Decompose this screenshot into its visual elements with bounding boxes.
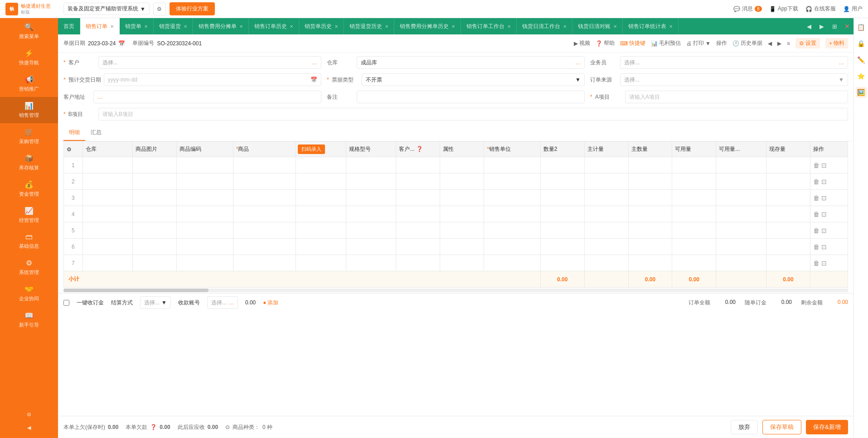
tab-close-sales-expense-split[interactable]: ✕ xyxy=(239,24,243,29)
scan-button[interactable]: 扫码录入 xyxy=(298,144,325,154)
row-available2[interactable] xyxy=(716,173,766,190)
tab-sales-return-history[interactable]: 销货退货历史✕ xyxy=(344,18,394,34)
tab-summary[interactable]: 汇总 xyxy=(85,125,107,141)
row-main-qty[interactable] xyxy=(628,222,672,239)
row-qty2[interactable] xyxy=(540,222,584,239)
sidebar-item-quick[interactable]: ⚡快捷导航 xyxy=(0,44,58,71)
sidebar-item-purchase[interactable]: 🛒采购管理 xyxy=(0,123,58,149)
tab-cash-daily-workspace[interactable]: 钱货日清工作台✕ xyxy=(517,18,572,34)
row-available[interactable] xyxy=(672,239,716,255)
tab-close-cash-daily-check[interactable]: ✕ xyxy=(613,24,617,29)
tab-close-sales-order-workspace[interactable]: ✕ xyxy=(507,24,511,29)
right-icon-star[interactable]: ⭐ xyxy=(856,71,867,82)
warehouse-more-button[interactable]: … xyxy=(575,59,581,66)
receipt-account-select[interactable]: 选择... … xyxy=(207,296,238,309)
row-sales-unit[interactable] xyxy=(484,206,541,222)
calendar-icon[interactable]: 📅 xyxy=(118,40,125,47)
row-copy-icon[interactable]: ⊡ xyxy=(821,211,827,218)
row-sales-unit[interactable] xyxy=(484,255,541,271)
history-action[interactable]: 🕐 历史单据 xyxy=(732,39,762,47)
sidebar-item-basic[interactable]: 🗃基础信息 xyxy=(0,228,58,254)
row-copy-icon[interactable]: ⊡ xyxy=(821,178,827,185)
row-attrs[interactable] xyxy=(440,173,484,190)
payment-method-select[interactable]: 选择... ▼ xyxy=(140,296,171,309)
address-more-button[interactable]: … xyxy=(97,94,103,100)
row-main-qty[interactable] xyxy=(628,173,672,190)
app-download-item[interactable]: 📱 App下载 xyxy=(769,5,798,13)
add-material-action[interactable]: + 物料 xyxy=(825,38,848,48)
remarks-input[interactable] xyxy=(357,91,585,103)
row-spec[interactable] xyxy=(346,255,396,271)
tab-close-cash-daily-workspace[interactable]: ✕ xyxy=(563,24,567,29)
row-copy-icon[interactable]: ⊡ xyxy=(821,243,827,250)
row-attrs[interactable] xyxy=(440,206,484,222)
row-stock[interactable] xyxy=(766,206,810,222)
row-product[interactable] xyxy=(233,206,296,222)
row-delete-icon[interactable]: 🗑 xyxy=(813,227,820,234)
solution-button[interactable]: 体验行业方案 xyxy=(170,2,215,15)
one-click-deposit-checkbox[interactable] xyxy=(63,300,69,306)
customer-input[interactable]: 选择... … xyxy=(98,56,321,69)
row-code[interactable] xyxy=(177,173,233,190)
row-qty2[interactable] xyxy=(540,190,584,206)
sidebar-item-marketing[interactable]: 📢营销推广 xyxy=(0,71,58,97)
row-main-qty[interactable] xyxy=(628,206,672,222)
row-product[interactable] xyxy=(233,173,296,190)
row-spec[interactable] xyxy=(346,206,396,222)
row-available[interactable] xyxy=(672,173,716,190)
tab-prev-button[interactable]: ◀ xyxy=(803,18,815,34)
right-icon-edit[interactable]: ✏️ xyxy=(856,54,867,65)
system-select[interactable]: 装备及固定资产辅助管理系统 ▼ xyxy=(63,3,150,15)
settings-button[interactable]: ⚙ xyxy=(153,3,166,15)
row-qty2[interactable] xyxy=(540,239,584,255)
sidebar-item-system[interactable]: ⚙系统管理 xyxy=(0,254,58,280)
row-main-unit[interactable] xyxy=(584,255,628,271)
row-warehouse[interactable] xyxy=(82,206,133,222)
row-main-unit[interactable] xyxy=(584,190,628,206)
row-sales-unit[interactable] xyxy=(484,190,541,206)
row-delete-icon[interactable]: 🗑 xyxy=(813,194,820,202)
row-qty2[interactable] xyxy=(540,157,584,173)
row-available2[interactable] xyxy=(716,190,766,206)
tab-close-sales-expense-history[interactable]: ✕ xyxy=(451,24,455,29)
row-stock[interactable] xyxy=(766,255,810,271)
row-copy-icon[interactable]: ⊡ xyxy=(821,194,827,202)
row-available2[interactable] xyxy=(716,222,766,239)
receipt-more-button[interactable]: … xyxy=(228,299,234,306)
row-main-qty[interactable] xyxy=(628,239,672,255)
row-code[interactable] xyxy=(177,206,233,222)
customer-address-input[interactable]: … xyxy=(93,91,321,103)
row-available2[interactable] xyxy=(716,239,766,255)
tab-close-sales-bill-history[interactable]: ✕ xyxy=(335,24,338,29)
row-warehouse[interactable] xyxy=(82,157,133,173)
sidebar-item-finance[interactable]: 💰资金管理 xyxy=(0,176,58,202)
row-spec[interactable] xyxy=(346,173,396,190)
tab-sales-order-history[interactable]: 销售订单历史✕ xyxy=(249,18,299,34)
row-available2[interactable] xyxy=(716,206,766,222)
add-button[interactable]: ● 添加 xyxy=(263,299,278,307)
row-product[interactable] xyxy=(233,255,296,271)
tab-sales-return[interactable]: 销货退货✕ xyxy=(154,18,193,34)
row-customer-code[interactable] xyxy=(396,190,440,206)
sidebar-item-search[interactable]: 🔍搜索菜单 xyxy=(0,18,58,44)
row-available2[interactable] xyxy=(716,255,766,271)
row-available[interactable] xyxy=(672,157,716,173)
save-new-button[interactable]: 保存&新增 xyxy=(806,420,848,434)
form-settings-action[interactable]: ⚙ 设置 xyxy=(795,38,820,48)
row-code[interactable] xyxy=(177,239,233,255)
date-picker-icon[interactable]: 📅 xyxy=(310,77,317,83)
right-icon-clipboard[interactable]: 📋 xyxy=(856,22,867,33)
sidebar-item-enterprise[interactable]: 🤝企业协同 xyxy=(0,280,58,307)
row-customer-code[interactable] xyxy=(396,222,440,239)
row-stock[interactable] xyxy=(766,239,810,255)
row-qty2[interactable] xyxy=(540,255,584,271)
row-spec[interactable] xyxy=(346,157,396,173)
row-code[interactable] xyxy=(177,157,233,173)
row-sales-unit[interactable] xyxy=(484,173,541,190)
order-source-select[interactable]: 选择... ▼ xyxy=(620,73,848,86)
tab-sales-bill-history[interactable]: 销货单历史✕ xyxy=(299,18,344,34)
row-sales-unit[interactable] xyxy=(484,239,541,255)
tab-close-all-button[interactable]: ✕ xyxy=(841,18,853,34)
row-warehouse[interactable] xyxy=(82,222,133,239)
row-image[interactable] xyxy=(133,173,177,190)
